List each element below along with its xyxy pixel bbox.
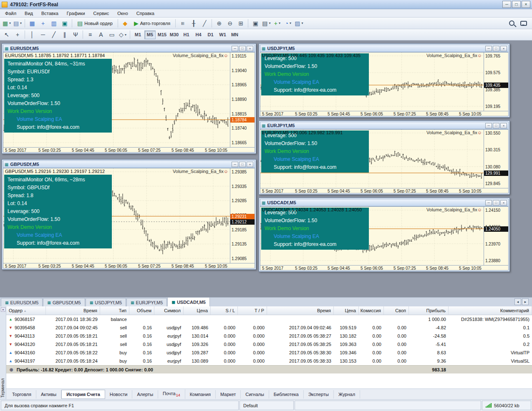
timeframe-m5-button[interactable]: M5 xyxy=(144,30,156,39)
chart-window-usdjpy[interactable]: ▦USDJPYf,M5─□×Leverage: 500VolumeOrderFl… xyxy=(259,43,510,118)
titlebar[interactable]: 479102: FortFS-Real ─□× xyxy=(0,0,532,9)
timeframe-m1-button[interactable]: M1 xyxy=(132,30,144,39)
column-header-time[interactable]: Время xyxy=(46,306,100,315)
history-row[interactable]: ▲903681572017.09.01 18:36:29balance1 000… xyxy=(6,315,532,323)
column-header-symbol[interactable]: Символ xyxy=(154,306,184,315)
chart-tab-eurjpyf[interactable]: ▦EURJPYf,M5 xyxy=(126,298,167,306)
column-header-tp[interactable]: T / P xyxy=(238,306,267,315)
chart-plot-area[interactable]: TerminalMonitor ON, 84ms, ~31msSymbol: E… xyxy=(3,53,230,147)
cascade-windows-button[interactable]: ▤▾ xyxy=(261,18,271,28)
column-header-price2[interactable]: Цена xyxy=(334,306,359,315)
chart-tab-usdcadf[interactable]: ▦USDCADf,M5 xyxy=(167,297,210,306)
chart-tab-eurusdf[interactable]: ▦EURUSDf,M5 xyxy=(1,298,43,306)
chart-tab-gbpusdf[interactable]: ▦GBPUSDf,M5 xyxy=(43,298,85,306)
chart-restore-button[interactable]: □ xyxy=(239,162,246,167)
pitchfork-button[interactable]: Ψ xyxy=(71,30,81,40)
navigator-button[interactable]: ▥ xyxy=(49,18,59,28)
chart-restore-button[interactable]: □ xyxy=(493,46,499,51)
label-button[interactable]: ▭ xyxy=(107,30,117,40)
column-header-order[interactable]: Ордер▵ xyxy=(6,306,46,315)
terminal-tab-компания[interactable]: Компания xyxy=(185,390,216,398)
menu-window[interactable]: Окно xyxy=(113,10,132,17)
column-header-comment[interactable]: Комментарий xyxy=(449,306,532,315)
chart-minimize-button[interactable]: ─ xyxy=(232,162,238,167)
status-profile[interactable]: Default xyxy=(240,401,294,410)
tab-scroll-right-icon[interactable]: ▸ xyxy=(522,298,529,305)
hline-button[interactable]: ─ xyxy=(38,30,48,40)
chart-close-button[interactable]: × xyxy=(500,46,507,51)
chart-plot-area[interactable]: Leverage: 500VolumeOrderFlow: 1.50Work D… xyxy=(260,207,484,265)
search-icon[interactable] xyxy=(509,20,514,26)
templates-button[interactable]: ▨▾ xyxy=(294,18,304,28)
zoom-out-button[interactable]: ⊖ xyxy=(225,18,235,28)
chart-minimize-button[interactable]: ─ xyxy=(485,123,492,128)
chart-plot-area[interactable]: TerminalMonitor ON, 69ms, ~28msSymbol: G… xyxy=(3,168,230,263)
profiles-button[interactable]: ▤▾ xyxy=(13,18,23,28)
time-axis[interactable]: 5 Sep 20175 Sep 03:255 Sep 04:455 Sep 06… xyxy=(260,188,509,193)
time-axis[interactable]: 5 Sep 20175 Sep 03:255 Sep 04:455 Sep 06… xyxy=(3,263,255,268)
new-order-button[interactable]: ▤Новый ордер xyxy=(74,18,116,28)
chart-close-button[interactable]: × xyxy=(500,200,507,206)
periods-button[interactable]: ◔▾ xyxy=(283,18,293,28)
trendline-button[interactable]: ╱ xyxy=(49,30,59,40)
price-axis[interactable]: 109.765109.575109.385109.195109.435 xyxy=(484,53,509,111)
chat-icon[interactable] xyxy=(520,21,527,26)
window-close-button[interactable]: × xyxy=(522,1,530,8)
window-minimize-button[interactable]: ─ xyxy=(502,1,511,8)
menu-view[interactable]: Вид xyxy=(20,10,37,17)
chart-tab-usdjpyf[interactable]: ▦USDJPYf,M5 xyxy=(86,298,126,306)
autotrade-button[interactable]: ▶Авто-торговля xyxy=(131,18,173,28)
terminal-close-icon[interactable]: × xyxy=(1,307,5,312)
terminal-tab-история-счета[interactable]: История Счета xyxy=(61,390,105,399)
timeframe-d1-button[interactable]: D1 xyxy=(205,30,216,39)
terminal-panel-button[interactable]: ▣ xyxy=(60,18,70,28)
chart-plot-area[interactable]: Leverage: 500VolumeOrderFlow: 1.50Work D… xyxy=(260,53,484,110)
chart-restore-button[interactable]: □ xyxy=(493,200,499,206)
price-axis[interactable]: 1.293851.293351.292851.292351.291851.291… xyxy=(230,168,255,263)
chart-minimize-button[interactable]: ─ xyxy=(485,46,492,51)
terminal-tab-торговля[interactable]: Торговля xyxy=(8,390,36,398)
chart-titlebar[interactable]: ▦EURJPYf,M5─□× xyxy=(260,122,509,129)
chart-window-eurjpy[interactable]: ▦EURJPYf,M5─□×Leverage: 500VolumeOrderFl… xyxy=(259,120,510,195)
vline-button[interactable]: │ xyxy=(27,30,37,40)
text-button[interactable]: A xyxy=(96,30,106,40)
price-axis[interactable]: 130.550130.315130.080129.845129.991 xyxy=(484,130,509,188)
column-header-type[interactable]: Тип xyxy=(100,306,129,315)
window-restore-button[interactable]: □ xyxy=(512,1,521,8)
chart-line-button[interactable]: ╱ xyxy=(199,18,209,28)
chart-close-button[interactable]: × xyxy=(247,46,253,51)
chart-titlebar[interactable]: ▦EURUSDf,M5─□× xyxy=(3,45,255,52)
terminal-tab-библиотека[interactable]: Библиотека xyxy=(269,390,304,398)
history-row[interactable]: ▼904431202017.09.05 05:18:21sell0.16usdj… xyxy=(6,340,532,348)
column-header-price[interactable]: Цена xyxy=(184,306,211,315)
timeframe-m30-button[interactable]: M30 xyxy=(169,30,180,39)
terminal-tab-новости[interactable]: Новости xyxy=(105,390,133,398)
chart-bars-button[interactable]: ≡ xyxy=(178,18,188,28)
timeframe-h4-button[interactable]: H4 xyxy=(193,30,204,39)
terminal-tab-эксперты[interactable]: Эксперты xyxy=(304,390,334,398)
history-row[interactable]: ▲904431972017.09.05 05:18:24buy0.16eurjp… xyxy=(6,357,532,365)
column-header-commission[interactable]: Комиссия xyxy=(359,306,384,315)
time-axis[interactable]: 5 Sep 20175 Sep 03:255 Sep 04:455 Sep 06… xyxy=(260,265,509,271)
column-header-volume[interactable]: Объем xyxy=(129,306,154,315)
chart-window-gbpusd[interactable]: ▦GBPUSDf,M5─□×TerminalMonitor ON, 69ms, … xyxy=(2,159,256,270)
time-axis[interactable]: 5 Sep 20175 Sep 03:255 Sep 04:455 Sep 06… xyxy=(3,147,255,153)
tile-windows-button[interactable]: ⊞ xyxy=(236,18,246,28)
chart-candles-button[interactable]: ╂ xyxy=(189,18,199,28)
history-row[interactable]: ▲904431602017.09.05 05:18:22buy0.16usdjp… xyxy=(6,348,532,357)
tab-scroll-left-icon[interactable]: ◂ xyxy=(514,298,521,305)
timeframe-h1-button[interactable]: H1 xyxy=(181,30,192,39)
chart-close-button[interactable]: × xyxy=(247,162,253,167)
chart-window-eurusd[interactable]: ▦EURUSDf,M5─□×TerminalMonitor ON, 84ms, … xyxy=(2,43,256,154)
column-header-time2[interactable]: Время xyxy=(267,306,334,315)
terminal-tab-маркет[interactable]: Маркет xyxy=(216,390,241,398)
history-row[interactable]: ▼903954582017.09.04 09:02:45sell0.16usdj… xyxy=(6,323,532,332)
arrange-windows-button[interactable]: ▣ xyxy=(250,18,260,28)
indicators-button[interactable]: +▾ xyxy=(272,18,282,28)
price-axis[interactable]: 1.241501.240601.239701.238801.24050 xyxy=(484,207,509,265)
timeframe-mn-button[interactable]: MN xyxy=(229,30,240,39)
terminal-tab-журнал[interactable]: Журнал xyxy=(334,390,360,398)
shapes-button[interactable]: ◇▾ xyxy=(118,30,128,40)
terminal-tab-активы[interactable]: Активы xyxy=(36,390,61,398)
menu-help[interactable]: Справка xyxy=(132,10,159,17)
